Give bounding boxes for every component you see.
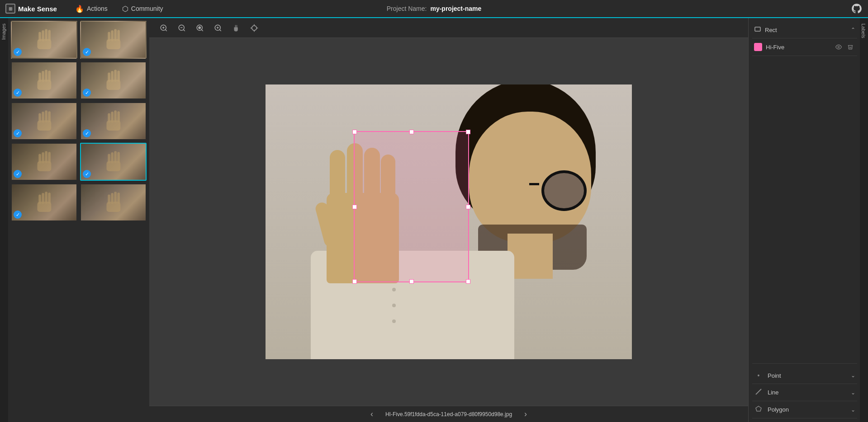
shape-options: • Point ⌄ Line ⌄ <box>752 363 857 418</box>
thumb-wrapper[interactable]: ✓ <box>80 61 147 99</box>
project-name-section: Project Name: my-project-name <box>387 5 482 12</box>
images-tab-label[interactable]: Images <box>0 22 7 42</box>
actions-label: Actions <box>87 5 108 12</box>
rect-label: Rect <box>765 27 777 33</box>
check-badge: ✓ <box>14 211 22 219</box>
check-badge: ✓ <box>14 89 22 97</box>
svg-rect-14 <box>37 80 51 90</box>
svg-line-58 <box>201 29 203 31</box>
svg-point-66 <box>252 25 257 30</box>
rect-collapse-icon[interactable]: ⌃ <box>851 27 855 33</box>
toolbar <box>149 18 748 38</box>
svg-rect-19 <box>106 80 120 90</box>
center-area: ‹ HI-Five.59f1fdda-d5ca-11ed-a079-d80f99… <box>149 18 748 422</box>
svg-line-73 <box>756 389 761 394</box>
thumb-wrapper[interactable]: ✓ <box>11 61 77 99</box>
nav-actions[interactable]: 🔥 Actions <box>68 0 115 18</box>
project-name-value: my-project-name <box>430 5 481 12</box>
thumb-wrapper[interactable]: ✓ <box>11 183 77 221</box>
github-icon[interactable] <box>851 3 863 14</box>
polygon-expand-icon: ⌄ <box>851 407 855 413</box>
images-vertical-tab[interactable]: Images <box>0 18 8 422</box>
thumb-wrapper[interactable]: ✓ <box>80 102 147 140</box>
svg-marker-74 <box>756 406 761 411</box>
rect-section: Rect ⌃ <box>752 22 857 38</box>
topbar-right <box>851 3 863 14</box>
labels-vertical-tab[interactable]: Labels <box>860 18 868 422</box>
svg-line-55 <box>183 29 185 31</box>
thumbnail-image <box>81 184 146 220</box>
line-expand-icon: ⌄ <box>851 389 855 396</box>
svg-rect-44 <box>37 202 51 212</box>
line-icon <box>754 389 763 396</box>
right-sidebar: Rect ⌃ Hi-Five <box>748 18 868 422</box>
polygon-icon <box>754 406 763 413</box>
crosshair-button[interactable] <box>247 21 261 35</box>
zoom-in-button[interactable] <box>157 21 171 35</box>
zoom-reset-button[interactable] <box>211 21 225 35</box>
left-sidebar: Images ✓ <box>0 18 149 422</box>
label-delete-button[interactable] <box>845 42 855 52</box>
topbar-nav: 🔥 Actions ⬡ Community <box>68 0 171 18</box>
svg-rect-24 <box>37 121 51 131</box>
community-label: Community <box>131 5 163 12</box>
point-icon: • <box>754 372 763 379</box>
rect-section-left: Rect <box>754 25 777 34</box>
line-label: Line <box>768 389 779 396</box>
canvas-wrapper[interactable] <box>149 38 748 406</box>
filename-display: HI-Five.59f1fdda-d5ca-11ed-a079-d80f9950… <box>385 411 512 417</box>
svg-rect-9 <box>106 39 120 49</box>
polygon-option[interactable]: Polygon ⌄ <box>752 401 857 418</box>
logo-icon: ⊞ <box>5 4 15 14</box>
svg-rect-34 <box>37 161 51 171</box>
image-grid: ✓ ✓ <box>8 18 149 422</box>
prev-image-button[interactable]: ‹ <box>365 408 378 421</box>
zoom-fit-button[interactable] <box>193 21 207 35</box>
svg-point-72 <box>838 46 840 48</box>
point-expand-icon: ⌄ <box>851 372 855 379</box>
polygon-label: Polygon <box>768 406 789 413</box>
check-badge: ✓ <box>14 129 22 137</box>
point-label: Point <box>768 372 781 379</box>
zoom-out-button[interactable] <box>175 21 189 35</box>
bottom-bar: ‹ HI-Five.59f1fdda-d5ca-11ed-a079-d80f99… <box>149 406 748 422</box>
topbar: ⊞ Make Sense 🔥 Actions ⬡ Community Proje… <box>0 0 868 18</box>
svg-rect-4 <box>37 39 51 49</box>
thumb-wrapper[interactable]: ✓ <box>11 102 77 140</box>
svg-point-61 <box>199 27 201 29</box>
thumb-wrapper[interactable]: ✓ <box>80 21 147 59</box>
label-color-swatch <box>754 43 762 51</box>
point-option[interactable]: • Point ⌄ <box>752 367 857 384</box>
thumb-wrapper[interactable] <box>80 183 147 221</box>
polygon-option-left: Polygon <box>754 406 789 413</box>
check-badge: ✓ <box>83 129 91 137</box>
svg-line-63 <box>219 29 221 31</box>
label-visibility-button[interactable] <box>834 42 844 52</box>
rect-icon <box>754 25 761 34</box>
nav-community[interactable]: ⬡ Community <box>115 0 171 18</box>
svg-rect-71 <box>755 27 760 31</box>
pan-tool-button[interactable] <box>229 21 243 35</box>
next-image-button[interactable]: › <box>519 408 532 421</box>
thumb-wrapper[interactable]: ✓ <box>11 143 77 181</box>
check-badge: ✓ <box>83 89 91 97</box>
app-title: Make Sense <box>18 5 57 13</box>
check-badge: ✓ <box>14 170 22 178</box>
svg-line-51 <box>165 29 166 31</box>
svg-rect-39 <box>106 161 120 171</box>
check-badge: ✓ <box>83 170 91 178</box>
thumb-wrapper[interactable]: ✓ <box>11 21 77 59</box>
line-option-left: Line <box>754 389 779 396</box>
actions-icon: 🔥 <box>75 5 84 13</box>
right-sidebar-content: Rect ⌃ Hi-Five <box>749 18 868 422</box>
thumb-wrapper-active[interactable]: ✓ <box>80 143 147 181</box>
svg-rect-29 <box>106 121 120 131</box>
project-label: Project Name: <box>387 5 427 12</box>
svg-rect-49 <box>106 202 120 212</box>
labels-tab-label: Labels <box>860 22 867 40</box>
main-layout: Images ✓ <box>0 18 868 422</box>
canvas-image[interactable] <box>266 84 632 359</box>
label-item: Hi-Five <box>752 38 857 56</box>
line-option[interactable]: Line ⌄ <box>752 384 857 401</box>
app-logo[interactable]: ⊞ Make Sense <box>5 4 57 14</box>
